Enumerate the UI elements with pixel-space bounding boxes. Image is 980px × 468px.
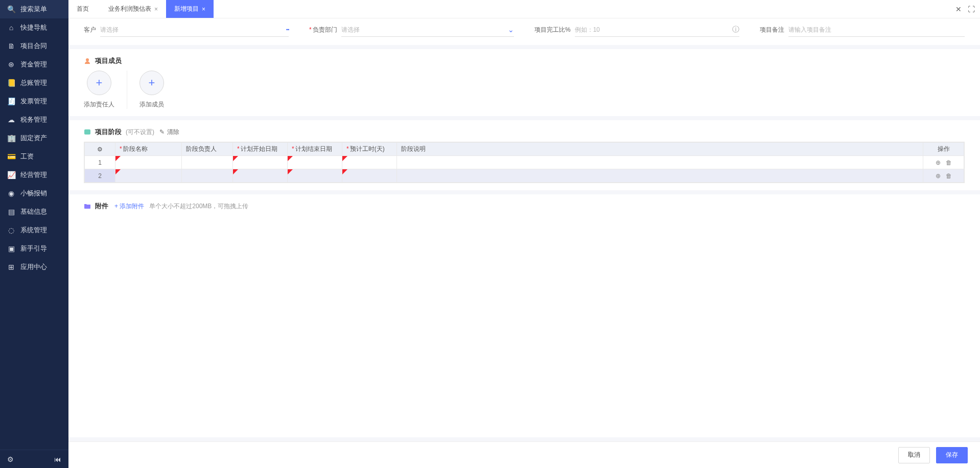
svg-rect-1 xyxy=(84,129,90,135)
sidebar-item-label: 快捷导航 xyxy=(20,23,47,32)
chevron-down-icon[interactable]: ⌄ xyxy=(505,26,514,34)
gear-icon[interactable]: ⚙ xyxy=(97,146,103,153)
collapse-icon[interactable]: ⏮ xyxy=(54,455,61,463)
chart-icon: 📈 xyxy=(7,171,15,179)
close-icon[interactable]: × xyxy=(202,6,205,13)
cell-owner[interactable] xyxy=(182,169,233,183)
save-button[interactable]: 保存 xyxy=(936,447,968,463)
sidebar-item-funds[interactable]: ⊛资金管理 xyxy=(0,55,68,74)
clear-label: 清除 xyxy=(167,128,179,137)
sidebar-item-label: 经营管理 xyxy=(20,170,47,180)
table-row: 2 ⊕ 🗑 xyxy=(85,169,964,183)
remark-input-wrap[interactable] xyxy=(788,23,965,37)
delete-row-icon[interactable]: 🗑 xyxy=(946,172,952,180)
help-icon[interactable]: ⓘ xyxy=(729,25,739,34)
table-row: 1 ⊕ 🗑 xyxy=(85,156,964,169)
cell-days[interactable] xyxy=(342,156,397,169)
invoice-icon: 🧾 xyxy=(7,97,15,105)
sidebar-item-label: 应用中心 xyxy=(20,262,47,272)
sidebar-item-contract[interactable]: 🗎项目合同 xyxy=(0,37,68,55)
tabs-bar: 首页 业务利润预估表× 新增项目× ✕ ⛶ xyxy=(68,0,980,18)
sidebar-item-salary[interactable]: 💳工资 xyxy=(0,147,68,166)
add-row-icon[interactable]: ⊕ xyxy=(936,172,941,180)
col-ops: 操作 xyxy=(923,143,964,156)
dept-input[interactable] xyxy=(341,26,505,33)
add-attachment-button[interactable]: + 添加附件 xyxy=(114,202,144,211)
percent-input[interactable] xyxy=(575,26,729,33)
section-title: 项目阶段 xyxy=(95,127,122,137)
sidebar-bottom: ⚙ ⏮ xyxy=(0,450,68,468)
sidebar-item-guide[interactable]: ▣新手引导 xyxy=(0,239,68,258)
percent-input-wrap[interactable]: ⓘ xyxy=(575,23,739,37)
sidebar-item-assets[interactable]: 🏢固定资产 xyxy=(0,129,68,147)
cell-days[interactable] xyxy=(342,169,397,183)
divider xyxy=(127,71,127,109)
row-number: 2 xyxy=(85,169,115,183)
apps-icon: ⊞ xyxy=(7,263,15,271)
sidebar-item-label: 新手引导 xyxy=(20,244,47,253)
add-owner-button[interactable]: + xyxy=(87,71,111,95)
col-end: *计划结束日期 xyxy=(288,143,342,156)
tab-home[interactable]: 首页 xyxy=(68,0,100,18)
sidebar-menu: 🔍搜索菜单 ⌂快捷导航 🗎项目合同 ⊛资金管理 📒总账管理 🧾发票管理 ☁税务管… xyxy=(0,0,68,450)
footer: 取消 保存 xyxy=(68,441,980,468)
cell-desc[interactable] xyxy=(397,169,923,183)
sidebar-item-label: 固定资产 xyxy=(20,133,47,143)
sidebar-item-biz[interactable]: 📈经营管理 xyxy=(0,166,68,184)
add-owner: + 添加责任人 xyxy=(84,71,114,109)
content-area: 客户 ··· *负责部门 ⌄ 项目完工比% xyxy=(68,18,980,441)
ledger-icon: 📒 xyxy=(7,79,15,87)
sidebar-item-label: 项目合同 xyxy=(20,41,47,51)
cell-name[interactable] xyxy=(115,156,182,169)
sidebar-item-invoice[interactable]: 🧾发票管理 xyxy=(0,92,68,110)
sidebar-item-search[interactable]: 🔍搜索菜单 xyxy=(0,0,68,18)
folder-icon xyxy=(84,203,91,210)
cell-owner[interactable] xyxy=(182,156,233,169)
tabs-right-icons: ✕ ⛶ xyxy=(955,5,980,13)
phase-table-wrap: ⚙ *阶段名称 阶段负责人 *计划开始日期 *计划结束日期 *预计工时(天) 阶… xyxy=(84,142,965,183)
circle-icon: ◉ xyxy=(7,189,15,197)
eraser-icon: ✎ xyxy=(158,128,166,136)
clear-button[interactable]: ✎ 清除 xyxy=(158,128,179,137)
list-icon: ▤ xyxy=(7,208,15,216)
sidebar-item-label: 小畅报销 xyxy=(20,189,47,198)
sidebar-item-system[interactable]: ◌系统管理 xyxy=(0,221,68,239)
remark-input[interactable] xyxy=(788,26,965,33)
dept-select[interactable]: ⌄ xyxy=(341,23,514,37)
tab-profit[interactable]: 业务利润预估表× xyxy=(100,0,166,18)
cell-end[interactable] xyxy=(288,169,342,183)
cell-start[interactable] xyxy=(233,156,288,169)
cell-start[interactable] xyxy=(233,169,288,183)
section-attach: 附件 + 添加附件 单个大小不超过200MB，可拖拽上传 xyxy=(68,194,980,437)
building-icon: 🏢 xyxy=(7,134,15,142)
cancel-button[interactable]: 取消 xyxy=(898,447,930,463)
add-row-icon[interactable]: ⊕ xyxy=(936,159,941,166)
add-member-button[interactable]: + xyxy=(139,71,164,95)
delete-row-icon[interactable]: 🗑 xyxy=(946,159,952,166)
fullscreen-icon[interactable]: ⛶ xyxy=(968,5,975,13)
sidebar-item-label: 总账管理 xyxy=(20,78,47,87)
cell-name[interactable] xyxy=(115,169,182,183)
col-gear[interactable]: ⚙ xyxy=(85,143,115,156)
add-member-label: 添加成员 xyxy=(139,100,164,109)
settings-icon[interactable]: ⚙ xyxy=(7,455,14,463)
sidebar-item-tax[interactable]: ☁税务管理 xyxy=(0,110,68,129)
close-panel-icon[interactable]: ✕ xyxy=(955,5,962,13)
sidebar-item-quicknav[interactable]: ⌂快捷导航 xyxy=(0,18,68,37)
table-header-row: ⚙ *阶段名称 阶段负责人 *计划开始日期 *计划结束日期 *预计工时(天) 阶… xyxy=(85,143,964,156)
customer-select[interactable]: ··· xyxy=(100,23,289,37)
field-percent: 项目完工比% ⓘ xyxy=(534,23,739,37)
customer-input[interactable] xyxy=(100,26,283,33)
section-header: 项目成员 xyxy=(84,56,965,65)
sidebar-item-ledger[interactable]: 📒总账管理 xyxy=(0,74,68,92)
cell-desc[interactable] xyxy=(397,156,923,169)
more-icon[interactable]: ··· xyxy=(283,26,289,34)
cell-end[interactable] xyxy=(288,156,342,169)
close-icon[interactable]: × xyxy=(154,6,158,13)
tab-newproj[interactable]: 新增项目× xyxy=(166,0,214,18)
sidebar-item-baoxiao[interactable]: ◉小畅报销 xyxy=(0,184,68,203)
sidebar-item-base[interactable]: ▤基础信息 xyxy=(0,203,68,221)
field-dept: *负责部门 ⌄ xyxy=(309,23,514,37)
sidebar-item-apps[interactable]: ⊞应用中心 xyxy=(0,258,68,276)
cell-ops: ⊕ 🗑 xyxy=(923,156,964,169)
